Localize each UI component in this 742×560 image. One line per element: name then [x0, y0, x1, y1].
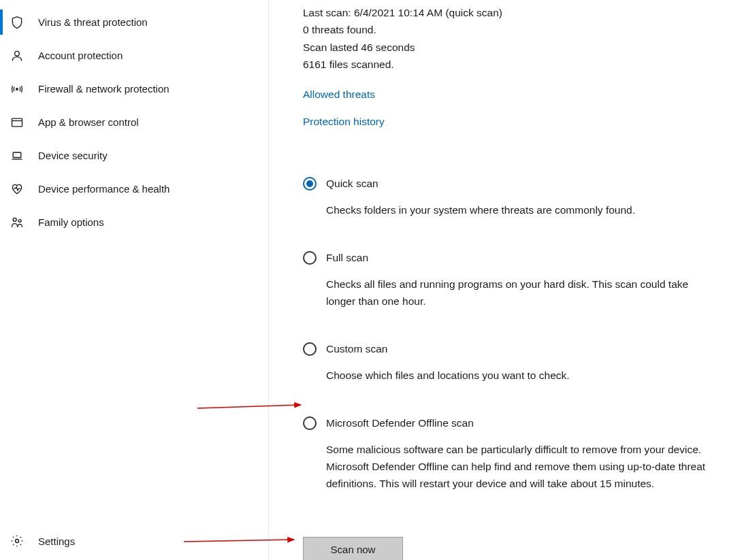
scan-option-custom: Custom scan Choose which files and locat…: [303, 342, 711, 384]
scan-option-offline-header[interactable]: Microsoft Defender Offline scan: [303, 416, 711, 430]
sidebar-item-label: Account protection: [38, 50, 123, 61]
radio-icon[interactable]: [303, 251, 317, 265]
scan-option-desc: Some malicious software can be particula…: [326, 441, 711, 492]
sidebar-item-settings[interactable]: Settings: [0, 522, 268, 560]
radio-icon[interactable]: [303, 177, 317, 191]
antenna-icon: [10, 82, 25, 97]
person-icon: [10, 48, 25, 63]
scan-option-quick: Quick scan Checks folders in your system…: [303, 177, 711, 218]
sidebar-item-label: Family options: [38, 216, 104, 228]
svg-point-0: [15, 51, 20, 56]
sidebar-item-label: App & browser control: [38, 116, 139, 128]
svg-point-6: [13, 218, 16, 221]
sidebar-item-virus-threat-protection[interactable]: Virus & threat protection: [0, 5, 268, 39]
scan-option-quick-header[interactable]: Quick scan: [303, 177, 711, 191]
svg-rect-4: [13, 152, 21, 158]
svg-point-8: [16, 540, 19, 543]
svg-point-7: [18, 219, 21, 222]
sidebar-item-family-options[interactable]: Family options: [0, 205, 268, 239]
radio-icon[interactable]: [303, 342, 317, 356]
laptop-icon: [10, 148, 25, 163]
sidebar-item-firewall-network[interactable]: Firewall & network protection: [0, 72, 268, 105]
scan-option-title: Microsoft Defender Offline scan: [326, 417, 474, 429]
svg-point-1: [16, 88, 18, 90]
scan-option-desc: Choose which files and locations you wan…: [326, 367, 711, 384]
sidebar-item-account-protection[interactable]: Account protection: [0, 39, 268, 72]
scan-status-block: No current threats. Last scan: 6/4/2021 …: [303, 0, 711, 73]
sidebar-item-device-security[interactable]: Device security: [0, 139, 268, 172]
sidebar-item-device-performance-health[interactable]: Device performance & health: [0, 172, 268, 205]
scan-option-offline: Microsoft Defender Offline scan Some mal…: [303, 416, 711, 492]
scan-now-button[interactable]: Scan now: [303, 537, 403, 561]
scan-option-title: Quick scan: [326, 178, 378, 190]
gear-icon: [10, 533, 25, 548]
scan-options-group: Quick scan Checks folders in your system…: [303, 177, 711, 492]
sidebar-item-label: Virus & threat protection: [38, 16, 148, 28]
svg-rect-2: [12, 118, 22, 127]
sidebar-item-label: Device security: [38, 150, 108, 161]
heart-icon: [10, 182, 25, 197]
sidebar-items-container: Virus & threat protection Account protec…: [0, 0, 268, 522]
scan-option-title: Custom scan: [326, 343, 387, 355]
status-files-scanned: 6161 files scanned.: [303, 56, 711, 73]
scan-option-title: Full scan: [326, 252, 368, 264]
browser-icon: [10, 115, 25, 130]
scan-option-desc: Checks folders in your system where thre…: [326, 201, 711, 218]
status-scan-duration: Scan lasted 46 seconds: [303, 39, 711, 56]
sidebar-item-label: Settings: [38, 536, 75, 547]
scan-option-custom-header[interactable]: Custom scan: [303, 342, 711, 356]
scan-option-full-header[interactable]: Full scan: [303, 251, 711, 265]
sidebar: Virus & threat protection Account protec…: [0, 0, 269, 560]
sidebar-item-label: Device performance & health: [38, 183, 170, 195]
shield-icon: [10, 15, 25, 30]
radio-icon[interactable]: [303, 416, 317, 430]
status-threats-found: 0 threats found.: [303, 21, 711, 39]
allowed-threats-link[interactable]: Allowed threats: [303, 83, 711, 106]
family-icon: [10, 215, 25, 230]
main-content: No current threats. Last scan: 6/4/2021 …: [269, 0, 742, 560]
scan-option-desc: Checks all files and running programs on…: [326, 276, 711, 310]
sidebar-item-app-browser-control[interactable]: App & browser control: [0, 105, 268, 139]
scan-option-full: Full scan Checks all files and running p…: [303, 251, 711, 310]
protection-history-link[interactable]: Protection history: [303, 110, 711, 133]
status-last-scan: Last scan: 6/4/2021 10:14 AM (quick scan…: [303, 4, 711, 22]
sidebar-item-label: Firewall & network protection: [38, 83, 170, 95]
